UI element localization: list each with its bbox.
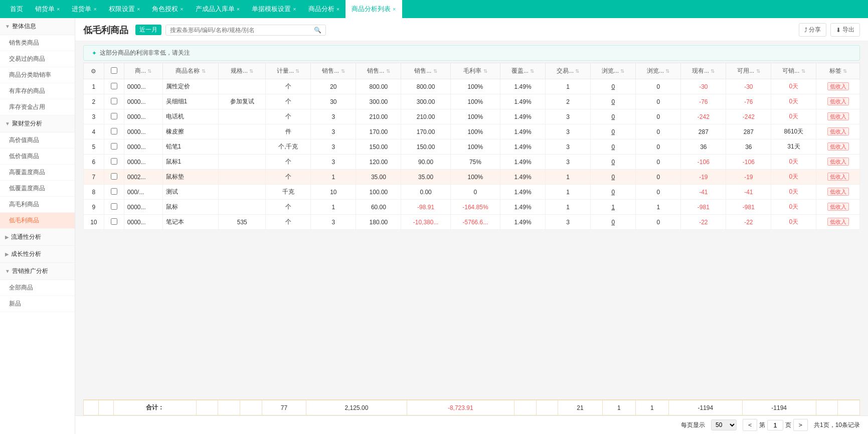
nav-purchase-close[interactable]: × — [93, 6, 96, 12]
row-select-checkbox[interactable] — [111, 143, 117, 150]
row-checkbox[interactable] — [104, 155, 124, 170]
nav-role[interactable]: 角色授权 × — [146, 0, 189, 18]
row-select-checkbox[interactable] — [111, 173, 117, 180]
sidebar-item-in-stock[interactable]: 有库存的商品 — [0, 83, 75, 99]
row-select-checkbox[interactable] — [111, 203, 117, 210]
row-select-checkbox[interactable] — [111, 218, 117, 225]
row-browse1[interactable]: 0 — [591, 139, 636, 155]
row-checkbox[interactable] — [104, 200, 124, 215]
row-checkbox[interactable] — [104, 139, 124, 155]
sidebar-item-low-margin[interactable]: 低毛利商品 — [0, 213, 75, 229]
nav-product-analysis-list[interactable]: 商品分析列表 × — [345, 0, 402, 18]
sidebar-group-jct[interactable]: ▼ 聚财堂分析 — [0, 115, 75, 132]
row-browse1[interactable]: 0 — [591, 185, 636, 200]
row-unit: 个 — [266, 155, 311, 170]
row-select-checkbox[interactable] — [111, 83, 117, 89]
row-checkbox[interactable] — [104, 170, 124, 185]
row-select-checkbox[interactable] — [111, 128, 117, 134]
row-sales-price: 210.00 — [356, 109, 401, 124]
search-input[interactable] — [170, 27, 312, 34]
col-coverage[interactable]: 覆盖... ⇅ — [500, 63, 546, 79]
sidebar-item-high-coverage[interactable]: 高覆盖度商品 — [0, 165, 75, 181]
row-checkbox[interactable] — [104, 185, 124, 200]
col-tag[interactable]: 标签 ⇅ — [816, 63, 860, 79]
col-saleable[interactable]: 可销... ⇅ — [771, 63, 816, 79]
row-browse1[interactable]: 0 — [591, 109, 636, 124]
row-select-checkbox[interactable] — [111, 188, 117, 195]
nav-home[interactable]: 首页 — [4, 0, 29, 18]
nav-product-analysis-close[interactable]: × — [336, 6, 339, 12]
col-code[interactable]: 商... ⇅ — [124, 63, 162, 79]
row-browse1[interactable]: 1 — [591, 200, 636, 215]
per-page-select[interactable]: 50 100 200 — [711, 419, 737, 430]
sidebar-group-liquidity[interactable]: ▶ 流通性分析 — [0, 229, 75, 246]
nav-template-close[interactable]: × — [293, 6, 296, 12]
col-sales-amount[interactable]: 销售... ⇅ — [401, 63, 450, 79]
share-button[interactable]: ⤴ 分享 — [799, 23, 826, 37]
sidebar-item-traded-products[interactable]: 交易过的商品 — [0, 51, 75, 67]
nav-product-entry-close[interactable]: × — [237, 6, 240, 12]
row-browse1[interactable]: 0 — [591, 79, 636, 94]
row-select-checkbox[interactable] — [111, 98, 117, 104]
sidebar-item-low-coverage[interactable]: 低覆盖度商品 — [0, 181, 75, 197]
row-checkbox[interactable] — [104, 94, 124, 109]
nav-template[interactable]: 单据模板设置 × — [246, 0, 302, 18]
export-button[interactable]: ⬇ 导出 — [830, 23, 860, 37]
sidebar-group-overall[interactable]: ▼ 整体信息 — [0, 18, 75, 35]
page-number-input[interactable] — [767, 420, 783, 430]
row-select-checkbox[interactable] — [111, 113, 117, 119]
row-browse1[interactable]: 0 — [591, 94, 636, 109]
sidebar-item-all-products[interactable]: 全部商品 — [0, 280, 75, 296]
row-checkbox[interactable] — [104, 109, 124, 124]
col-gross-margin[interactable]: 毛利率 ⇅ — [450, 63, 500, 79]
col-sales-price[interactable]: 销售... ⇅ — [356, 63, 401, 79]
row-browse1[interactable]: 0 — [591, 170, 636, 185]
sidebar-group-marketing[interactable]: ▼ 营销推广分析 — [0, 263, 75, 280]
nav-permission[interactable]: 权限设置 × — [103, 0, 146, 18]
sidebar-item-sales-products[interactable]: 销售类商品 — [0, 35, 75, 51]
totals-sales-qty: 77 — [262, 400, 306, 415]
nav-sales-close[interactable]: × — [57, 6, 60, 12]
nav-role-close[interactable]: × — [180, 6, 183, 12]
next-page-button[interactable]: ＞ — [793, 419, 808, 431]
sidebar-group-growth[interactable]: ▶ 成长性分析 — [0, 246, 75, 263]
col-trade-count[interactable]: 交易... ⇅ — [546, 63, 591, 79]
nav-product-analysis-list-close[interactable]: × — [393, 6, 396, 12]
sidebar-item-capital-usage[interactable]: 库存资金占用 — [0, 99, 75, 115]
row-saleable: 31天 — [771, 139, 816, 155]
sidebar-item-category-rate[interactable]: 商品分类助销率 — [0, 67, 75, 83]
sidebar-item-high-margin[interactable]: 高毛利商品 — [0, 197, 75, 213]
row-browse1[interactable]: 0 — [591, 124, 636, 139]
select-all-checkbox[interactable] — [111, 67, 117, 74]
nav-purchase[interactable]: 进货单 × — [66, 0, 102, 18]
filter-last-month-button[interactable]: 近一月 — [135, 25, 161, 35]
sidebar-item-low-value[interactable]: 低价值商品 — [0, 149, 75, 165]
prev-page-button[interactable]: ＜ — [743, 419, 757, 431]
col-name[interactable]: 商品名称 ⇅ — [162, 63, 219, 79]
row-checkbox[interactable] — [104, 215, 124, 230]
nav-permission-close[interactable]: × — [137, 6, 140, 12]
col-sales-qty[interactable]: 销售... ⇅ — [311, 63, 356, 79]
sidebar-item-new-products[interactable]: 新品 — [0, 296, 75, 312]
col-browse2[interactable]: 浏览... ⇅ — [636, 63, 681, 79]
col-available[interactable]: 可用... ⇅ — [726, 63, 771, 79]
pagination-nav: ＜ 第 页 ＞ — [743, 419, 808, 431]
col-current-stock[interactable]: 现有... ⇅ — [681, 63, 726, 79]
row-browse1[interactable]: 0 — [591, 155, 636, 170]
col-checkbox[interactable] — [104, 63, 124, 79]
sidebar-item-high-value[interactable]: 高价值商品 — [0, 132, 75, 149]
row-browse1[interactable]: 0 — [591, 215, 636, 230]
export-icon: ⬇ — [836, 27, 841, 34]
nav-product-analysis[interactable]: 商品分析 × — [302, 0, 345, 18]
row-gross-margin: 100% — [450, 170, 500, 185]
row-select-checkbox[interactable] — [111, 158, 117, 165]
nav-sales[interactable]: 销货单 × — [29, 0, 66, 18]
col-spec[interactable]: 规格... ⇅ — [219, 63, 266, 79]
nav-product-entry[interactable]: 产成品入库单 × — [190, 0, 246, 18]
col-browse1[interactable]: 浏览... ⇅ — [591, 63, 636, 79]
row-checkbox[interactable] — [104, 124, 124, 139]
row-checkbox[interactable] — [104, 79, 124, 94]
col-settings[interactable]: ⚙ — [84, 63, 104, 79]
col-unit[interactable]: 计量... ⇅ — [266, 63, 311, 79]
page-suffix: 页 — [785, 421, 791, 429]
